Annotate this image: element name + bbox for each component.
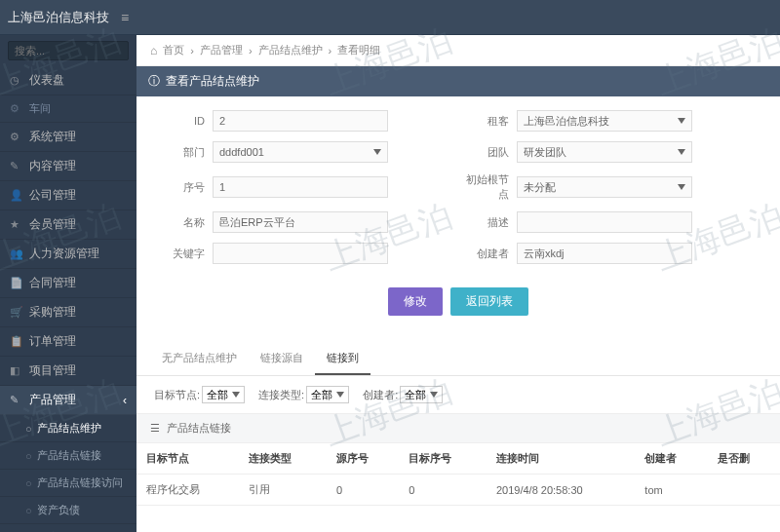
pencil-icon: ✎ (10, 394, 23, 406)
cell-target: 程序化交易 (136, 475, 239, 506)
input-seq[interactable] (213, 176, 388, 198)
sidebar-item-label: 仪表盘 (29, 72, 64, 89)
label-tenant: 租客 (458, 114, 517, 129)
th-creator[interactable]: 创建者 (635, 443, 707, 475)
sidebar-item-label: 采购管理 (29, 304, 76, 321)
th-time[interactable]: 连接时间 (487, 443, 635, 475)
th-linktype[interactable]: 连接类型 (239, 443, 327, 475)
breadcrumb-home[interactable]: 首页 (163, 43, 184, 57)
sidebar-item-label: 系统管理 (29, 129, 76, 145)
back-button[interactable]: 返回列表 (450, 287, 528, 316)
th-srcseq[interactable]: 源序号 (327, 443, 399, 475)
dot-icon: ○ (25, 450, 31, 462)
label-initnode: 初始根节点 (458, 172, 517, 202)
select-tenant[interactable]: 上海邑泊信息科技 (517, 110, 692, 132)
sidebar-item-dashboard[interactable]: ◷仪表盘 (0, 66, 136, 95)
select-initnode[interactable]: 未分配 (517, 176, 692, 198)
select-team[interactable]: 研发团队 (517, 141, 692, 163)
hamburger-icon[interactable]: ≡ (121, 10, 129, 25)
pencil-icon: ✎ (10, 160, 23, 172)
label-desc: 描述 (458, 215, 517, 230)
filter-target-label: 目标节点: (154, 388, 200, 402)
breadcrumb: ⌂ 首页 › 产品管理 › 产品结点维护 › 查看明细 (136, 35, 780, 66)
sidebar-item-label: 订单管理 (29, 333, 76, 350)
filter-linktype-label: 连接类型: (258, 388, 304, 402)
dot-icon: ○ (25, 423, 31, 435)
sidebar-sub-asset-detail[interactable]: ○资产负债明细 (0, 524, 136, 532)
sidebar-sub-node-link[interactable]: ○产品结点链接 (0, 442, 136, 470)
label-id: ID (154, 115, 213, 127)
cell-time: 2019/4/8 20:58:30 (487, 475, 635, 506)
list-icon: 📋 (10, 335, 23, 348)
breadcrumb-l1[interactable]: 产品管理 (200, 43, 243, 57)
th-target[interactable]: 目标节点 (136, 443, 239, 475)
label-seq: 序号 (154, 180, 213, 195)
sidebar-item-label: 车间 (29, 101, 51, 116)
sidebar-item-label: 资产负债 (37, 503, 80, 517)
brand-title: 上海邑泊信息科技 (8, 9, 109, 26)
user-icon: 👤 (10, 189, 23, 202)
table-header-row: 目标节点 连接类型 源序号 目标序号 连接时间 创建者 是否删 (136, 443, 780, 475)
sidebar-item-purchase[interactable]: 🛒采购管理 (0, 298, 136, 327)
input-creator[interactable] (517, 243, 692, 264)
chevron-left-icon: ‹ (123, 394, 127, 407)
chevron-right-icon: › (249, 45, 253, 57)
sidebar-sub-node-link-access[interactable]: ○产品结点链接访问 (0, 470, 136, 497)
tab-link-to[interactable]: 链接到 (315, 343, 370, 375)
subpanel-header: ☰ 产品结点链接 (136, 413, 780, 443)
label-keyword: 关键字 (154, 247, 213, 261)
dot-icon: ○ (25, 505, 31, 516)
breadcrumb-l3: 查看明细 (337, 43, 380, 57)
file-icon: 📄 (10, 277, 23, 289)
filter-target-select[interactable]: 全部 (202, 386, 245, 403)
home-icon[interactable]: ⌂ (150, 44, 157, 57)
th-tgtseq[interactable]: 目标序号 (399, 443, 487, 475)
label-creator: 创建者 (458, 247, 517, 261)
subpanel-title: 产品结点链接 (167, 422, 231, 434)
breadcrumb-l2[interactable]: 产品结点维护 (258, 43, 323, 57)
input-id[interactable] (213, 110, 388, 132)
edit-button[interactable]: 修改 (388, 287, 443, 316)
chevron-right-icon: › (329, 45, 332, 57)
sidebar-item-project[interactable]: ◧项目管理 (0, 357, 136, 386)
filter-linktype-select[interactable]: 全部 (306, 386, 349, 403)
sidebar-item-company[interactable]: 👤公司管理 (0, 181, 136, 210)
box-icon: ◧ (10, 364, 23, 377)
sidebar-item-order[interactable]: 📋订单管理 (0, 327, 136, 357)
cell-deleted (708, 475, 780, 506)
sidebar-item-label: 会员管理 (29, 216, 76, 233)
tab-link-from[interactable]: 链接源自 (249, 343, 315, 375)
sidebar-item-label: 产品结点链接访问 (37, 475, 123, 490)
sidebar-item-member[interactable]: ★会员管理 (0, 210, 136, 240)
sidebar-item-content[interactable]: ✎内容管理 (0, 152, 136, 181)
select-dept[interactable]: dddfd001 (213, 141, 388, 163)
input-name[interactable] (213, 211, 388, 233)
table-row[interactable]: 程序化交易 引用 0 0 2019/4/8 20:58:30 tom (136, 475, 780, 506)
input-desc[interactable] (517, 211, 692, 233)
sidebar-sub-asset[interactable]: ○资产负债 (0, 497, 136, 524)
sidebar-item-hr[interactable]: 👥人力资源管理 (0, 240, 136, 269)
cell-linktype: 引用 (239, 475, 327, 506)
clock-icon: ◷ (10, 74, 23, 87)
sidebar-item-contract[interactable]: 📄合同管理 (0, 269, 136, 298)
sidebar-item-label: 项目管理 (29, 362, 76, 379)
sidebar-sub-node-maintain[interactable]: ○产品结点维护 (0, 415, 136, 442)
label-name: 名称 (154, 215, 213, 230)
info-icon: ⓘ (148, 73, 160, 90)
cell-creator: tom (635, 475, 707, 506)
sidebar-item-product[interactable]: ✎产品管理‹ (0, 386, 136, 415)
sidebar-item-label: 产品结点维护 (37, 421, 101, 436)
sidebar-item-label: 合同管理 (29, 275, 76, 291)
input-keyword[interactable] (213, 243, 388, 264)
tab-no-maintain[interactable]: 无产品结点维护 (150, 343, 249, 375)
link-table: 目标节点 连接类型 源序号 目标序号 连接时间 创建者 是否删 程序化交易 引用… (136, 443, 780, 506)
cell-srcseq: 0 (327, 475, 399, 506)
gear-icon: ⚙ (10, 102, 23, 115)
label-team: 团队 (458, 145, 517, 160)
th-deleted[interactable]: 是否删 (708, 443, 780, 475)
search-input[interactable] (8, 41, 129, 60)
filter-creator-select[interactable]: 全部 (400, 386, 443, 403)
star-icon: ★ (10, 218, 23, 231)
sidebar-item-system[interactable]: ⚙系统管理 (0, 123, 136, 152)
chevron-right-icon: › (190, 45, 194, 57)
